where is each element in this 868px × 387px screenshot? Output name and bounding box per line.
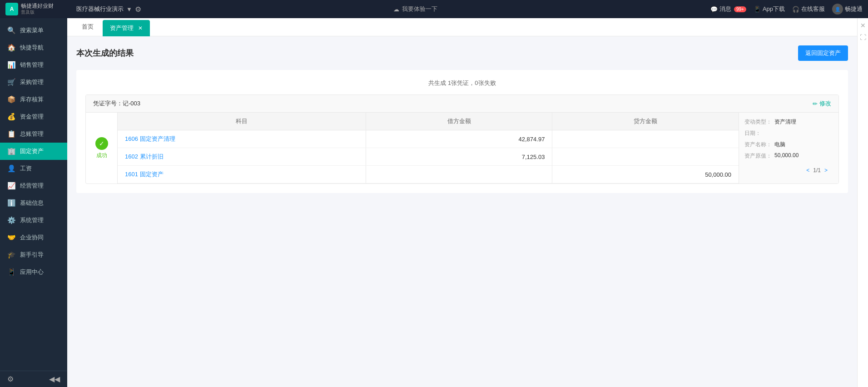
sidebar-item-search[interactable]: 🔍搜索菜单: [0, 22, 67, 39]
sidebar-label-operations: 经营管理: [20, 182, 44, 190]
workspace-name: 医疗器械行业演示: [76, 5, 124, 13]
sidebar-item-operations[interactable]: 📈经营管理: [0, 177, 67, 194]
credit-cell: 50,000.00: [552, 166, 739, 184]
workspace-dropdown-icon: ▼: [126, 6, 132, 13]
sidebar-item-purchase[interactable]: 🛒采购管理: [0, 74, 67, 91]
sidebar-label-basic-info: 基础信息: [20, 199, 44, 207]
sidebar-label-ledger: 总账管理: [20, 130, 44, 138]
sidebar-item-quick-nav[interactable]: 🏠快捷导航: [0, 39, 67, 56]
avatar: 👤: [832, 4, 843, 15]
sidebar-icon-fixed-assets: 🏢: [7, 147, 15, 155]
sidebar-item-ledger[interactable]: 📋总账管理: [0, 125, 67, 143]
sidebar-item-guide[interactable]: 🎓新手引导: [0, 246, 67, 263]
sidebar-item-app-center[interactable]: 📱应用中心: [0, 263, 67, 281]
change-type-value: 资产清理: [774, 118, 796, 126]
voucher-edit-btn[interactable]: ✏ 修改: [813, 99, 831, 108]
col-subject: 科目: [118, 113, 366, 130]
sidebar-item-basic-info[interactable]: ℹ️基础信息: [0, 194, 67, 212]
sidebar-item-inventory[interactable]: 📦库存核算: [0, 91, 67, 108]
logo-version: 普及版: [21, 9, 54, 15]
original-value-value: 50,000.00: [774, 152, 799, 160]
date-label: 日期：: [744, 129, 761, 137]
pagination-prev[interactable]: <: [806, 167, 809, 174]
original-value-label: 资产原值：: [744, 152, 772, 160]
voucher-number-value: 记-003: [123, 100, 140, 107]
notice-text[interactable]: 我要体验一下: [402, 5, 437, 13]
username: 畅捷通: [845, 5, 863, 13]
sidebar-item-sales[interactable]: 📊销售管理: [0, 56, 67, 74]
date-item: 日期：: [744, 129, 833, 137]
asset-name-item: 资产名称： 电脑: [744, 141, 833, 149]
credit-cell: [552, 130, 739, 148]
messages-btn[interactable]: 💬 消息 99+: [710, 5, 746, 13]
sidebar-item-fixed-assets[interactable]: 🏢固定资产: [0, 143, 67, 160]
collapse-icon[interactable]: ◀◀: [49, 375, 60, 383]
sidebar-item-funds[interactable]: 💰资金管理: [0, 108, 67, 125]
sidebar-label-inventory: 库存核算: [20, 95, 44, 104]
success-text: 成功: [96, 152, 107, 159]
online-service-label: 在线客服: [801, 5, 825, 13]
col-credit: 贷方金额: [552, 113, 739, 130]
col-debit: 借方金额: [366, 113, 552, 130]
voucher-pagination: < 1/1 >: [744, 164, 833, 177]
sidebar-label-system: 系统管理: [20, 216, 44, 224]
sidebar-label-payroll: 工资: [20, 164, 32, 173]
voucher-number-prefix: 凭证字号：: [93, 100, 123, 107]
top-bar-right: 💬 消息 99+ 📱 App下载 🎧 在线客服 👤 畅捷通: [710, 4, 863, 15]
page-header: 本次生成的结果 返回固定资产: [76, 45, 848, 61]
tab-close-icon[interactable]: ✕: [138, 25, 143, 31]
result-card: 共生成 1张凭证，0张失败 凭证字号：记-003 ✏ 修改: [76, 70, 848, 193]
account-cell: 1606 固定资产清理: [118, 130, 366, 148]
tab-home[interactable]: 首页: [74, 18, 101, 36]
sidebar-item-system[interactable]: ⚙️系统管理: [0, 212, 67, 229]
sidebar-icon-guide: 🎓: [7, 251, 15, 259]
sidebar-label-guide: 新手引导: [20, 251, 44, 259]
sidebar-icon-enterprise: 🤝: [7, 233, 15, 242]
asset-name-label: 资产名称：: [744, 141, 772, 149]
sidebar-item-payroll[interactable]: 👤工资: [0, 160, 67, 177]
voucher-number: 凭证字号：记-003: [93, 99, 140, 108]
sidebar-icon-inventory: 📦: [7, 95, 15, 104]
user-menu[interactable]: 👤 畅捷通: [832, 4, 863, 15]
workspace-selector[interactable]: 医疗器械行业演示 ▼ ⚙: [76, 5, 393, 14]
voucher-block: 凭证字号：记-003 ✏ 修改 ✓ 成功: [85, 94, 839, 184]
change-type-label: 变动类型：: [744, 118, 772, 126]
sidebar-label-app-center: 应用中心: [20, 268, 44, 276]
nav-tabs: 首页 资产管理 ✕: [67, 18, 857, 36]
message-icon: 💬: [710, 6, 718, 13]
app-download-btn[interactable]: 📱 App下载: [754, 5, 785, 13]
sidebar-label-quick-nav: 快捷导航: [20, 44, 44, 52]
voucher-body: ✓ 成功 科目 借方金额 贷方金额: [86, 113, 838, 184]
debit-cell: 42,874.97: [366, 130, 552, 148]
logo: A 畅捷通好业财 普及版: [5, 3, 73, 15]
original-value-item: 资产原值： 50,000.00: [744, 152, 833, 160]
top-bar: A 畅捷通好业财 普及版 医疗器械行业演示 ▼ ⚙ ☁ 我要体验一下 💬 消息 …: [0, 0, 868, 18]
pagination-next[interactable]: >: [824, 167, 828, 174]
result-summary: 共生成 1张凭证，0张失败: [85, 79, 839, 87]
tab-asset-mgmt[interactable]: 资产管理 ✕: [103, 20, 150, 36]
sidebar-icon-quick-nav: 🏠: [7, 44, 15, 52]
page-title: 本次生成的结果: [76, 48, 134, 59]
headset-icon: 🎧: [792, 6, 799, 13]
voucher-header: 凭证字号：记-003 ✏ 修改: [86, 95, 838, 113]
tab-asset-mgmt-label: 资产管理: [110, 24, 134, 32]
return-fixed-assets-button[interactable]: 返回固定资产: [798, 45, 848, 61]
online-service-btn[interactable]: 🎧 在线客服: [792, 5, 825, 13]
debit-cell: 7,125.03: [366, 148, 552, 166]
sidebar-icon-ledger: 📋: [7, 130, 15, 138]
sidebar-icon-purchase: 🛒: [7, 78, 15, 86]
close-panel-icon[interactable]: ✕: [860, 22, 866, 29]
settings-bottom-icon[interactable]: ⚙: [7, 375, 14, 383]
notice-cloud-icon: ☁: [393, 6, 399, 13]
expand-panel-icon[interactable]: ⛶: [860, 34, 866, 41]
sidebar-icon-sales: 📊: [7, 61, 15, 69]
messages-label: 消息: [719, 5, 731, 13]
account-cell: 1601 固定资产: [118, 166, 366, 184]
sidebar: 🔍搜索菜单🏠快捷导航📊销售管理🛒采购管理📦库存核算💰资金管理📋总账管理🏢固定资产…: [0, 18, 67, 387]
sidebar-icon-search: 🔍: [7, 26, 15, 35]
sidebar-item-enterprise[interactable]: 🤝企业协同: [0, 229, 67, 246]
edit-icon: ✏: [813, 100, 818, 107]
settings-icon[interactable]: ⚙: [135, 5, 141, 14]
tab-home-label: 首页: [82, 23, 94, 31]
sidebar-menu: 🔍搜索菜单🏠快捷导航📊销售管理🛒采购管理📦库存核算💰资金管理📋总账管理🏢固定资产…: [0, 18, 67, 371]
